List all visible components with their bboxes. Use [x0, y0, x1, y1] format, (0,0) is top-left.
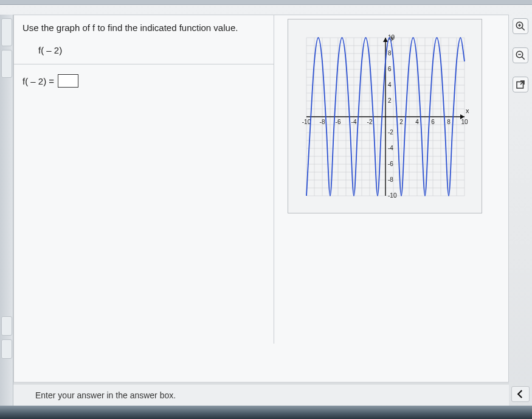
answer-row: f( – 2) = [22, 74, 266, 88]
columns: Use the graph of f to find the indicated… [14, 15, 508, 344]
question-column: Use the graph of f to find the indicated… [14, 15, 274, 344]
svg-line-69 [522, 27, 525, 30]
graph-panel: -10-8-6-4-2246810-10-8-6-4-2246810xy [288, 19, 482, 213]
question-target: f( – 2) [38, 45, 266, 55]
gutter-block [1, 50, 12, 78]
svg-text:-4: -4 [351, 119, 357, 125]
footer-hint: Enter your answer in the answer box. [35, 390, 176, 400]
svg-text:-4: -4 [388, 145, 393, 151]
svg-line-73 [522, 57, 525, 60]
svg-text:-2: -2 [367, 119, 373, 125]
svg-text:6: 6 [431, 119, 435, 125]
left-gutter [0, 15, 13, 406]
svg-text:-6: -6 [388, 161, 393, 167]
content-panel: Use the graph of f to find the indicated… [13, 15, 509, 383]
question-block: Use the graph of f to find the indicated… [14, 15, 274, 64]
question-prompt: Use the graph of f to find the indicated… [22, 21, 266, 34]
next-button[interactable] [511, 386, 530, 402]
svg-text:-10: -10 [302, 119, 311, 125]
svg-text:8: 8 [388, 50, 392, 57]
graph-svg: -10-8-6-4-2246810-10-8-6-4-2246810xy [288, 19, 482, 213]
chevron-left-icon [515, 389, 526, 400]
answer-block: f( – 2) = [14, 64, 274, 96]
svg-text:4: 4 [388, 81, 392, 88]
svg-text:x: x [466, 107, 469, 114]
gutter-block [1, 316, 12, 336]
svg-text:-10: -10 [388, 192, 397, 199]
tool-rail [511, 18, 530, 92]
page: Use the graph of f to find the indicated… [0, 0, 532, 419]
svg-text:10: 10 [461, 119, 468, 125]
zoom-out-button[interactable] [513, 47, 528, 63]
footer-bar: Enter your answer in the answer box. [13, 384, 509, 406]
svg-text:-8: -8 [320, 119, 325, 125]
zoom-in-icon [515, 21, 526, 32]
answer-input[interactable] [58, 74, 78, 88]
svg-text:8: 8 [447, 119, 451, 125]
svg-text:-2: -2 [388, 129, 393, 136]
svg-text:2: 2 [388, 97, 392, 104]
popout-button[interactable] [513, 77, 528, 92]
svg-text:4: 4 [415, 119, 419, 125]
svg-text:6: 6 [388, 66, 392, 72]
window-titlebar [0, 0, 532, 5]
taskbar-strip [0, 406, 532, 419]
answer-label: f( – 2) = [22, 76, 54, 86]
gutter-block [1, 339, 12, 359]
popout-icon [515, 79, 526, 90]
zoom-in-button[interactable] [513, 18, 528, 34]
svg-text:2: 2 [399, 119, 403, 125]
zoom-out-icon [515, 50, 526, 61]
svg-marker-45 [383, 38, 388, 42]
graph-column: -10-8-6-4-2246810-10-8-6-4-2246810xy [274, 15, 508, 344]
gutter-block [1, 18, 12, 46]
svg-text:-6: -6 [336, 119, 341, 125]
svg-text:-8: -8 [388, 176, 393, 183]
